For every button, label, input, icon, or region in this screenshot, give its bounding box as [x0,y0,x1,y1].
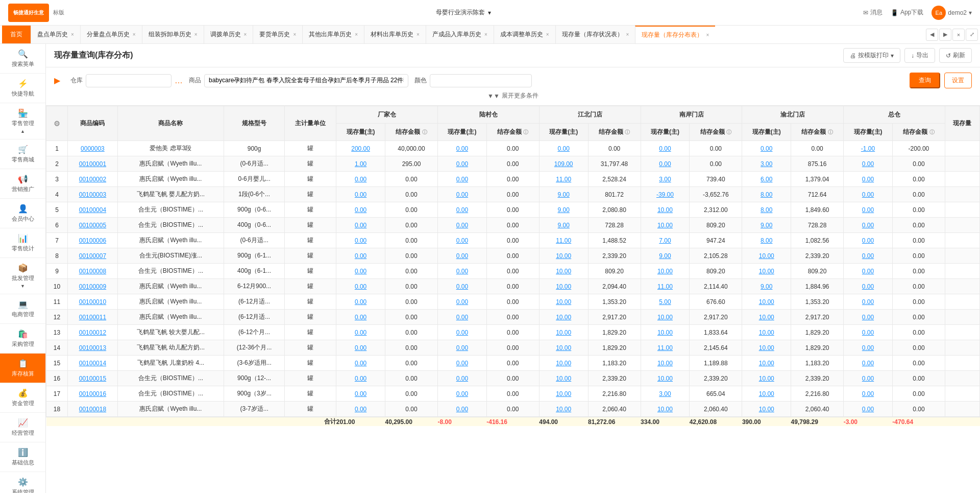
row-l-qty: 0.00 [438,386,487,402]
message-button[interactable]: ✉ 消息 [863,8,883,17]
nav-tab-6[interactable]: 其他出库单历史 × [302,26,364,44]
logo: 畅捷通好生意 [8,4,49,22]
collapse-arrow[interactable]: ▶ [54,76,60,85]
setting-button[interactable]: 设置 [944,73,972,88]
row-z-qty: 0.00 [844,279,893,294]
print-button[interactable]: 🖨 按模版打印 ▾ [843,48,900,63]
nav-tab-10[interactable]: 现存量（库存状况表） × [555,26,635,44]
sidebar-item-inventory[interactable]: 📋 库存核算 [0,354,45,383]
nav-prev-button[interactable]: ◀ [926,29,938,41]
refresh-button[interactable]: ↺ 刷新 [939,48,972,63]
close-tab-5[interactable]: × [293,32,296,37]
row-yb-amt: 728.28 [791,218,844,233]
row-jb-qty: 10.00 [539,310,588,325]
close-tab-6[interactable]: × [355,32,358,37]
export-button[interactable]: ↓ 导出 [904,48,935,63]
row-cur [945,156,979,172]
nav-tab-4[interactable]: 调拨单历史 × [204,26,253,44]
th-code: 商品编码 [68,106,118,141]
footer-jb-amt: 81,272.06 [588,417,641,426]
row-jb-amt: 1,488.52 [588,233,641,248]
row-code: 00100010 [68,294,118,310]
chevron-down-icon: ▼ [20,284,25,289]
sidebar-item-wholesale[interactable]: 📦 批发管理 ▼ [0,258,45,294]
close-tab-8[interactable]: × [484,32,487,37]
close-tab-10[interactable]: × [626,32,629,37]
sidebar-item-ecommerce[interactable]: 💻 电商管理 [0,294,45,324]
row-l-qty: 0.00 [438,202,487,218]
th-gear[interactable]: ⚙ [46,106,68,141]
footer-jb-qty: 494.00 [539,417,588,426]
row-c-qty: 0.00 [336,233,385,248]
nav-tab-3[interactable]: 组装拆卸单历史 × [142,26,204,44]
nav-tab-1[interactable]: 盘点单历史 × [31,26,80,44]
row-na-amt: 2,145.64 [690,340,742,356]
row-c-qty: 0.00 [336,264,385,279]
color-input[interactable] [430,74,532,87]
nav-expand-button[interactable]: ⤢ [966,29,978,41]
sidebar-item-quicknav[interactable]: ⚡ 快捷导航 [0,74,45,103]
nav-tab-11[interactable]: 现存量（库存分布表） × [635,26,715,44]
row-na-qty: 11.00 [641,340,690,356]
row-z-qty: 0.00 [844,218,893,233]
store-selector[interactable]: 母婴行业演示陈套 ▾ [436,8,491,17]
query-button[interactable]: 查询 [910,73,940,88]
nav-tab-5[interactable]: 要货单历史 × [253,26,302,44]
row-code: 00100007 [68,248,118,264]
sidebar-item-system[interactable]: ⚙️ 系统管理 [0,472,45,493]
info-icon-4[interactable]: ⓘ [726,129,731,135]
user-menu[interactable]: Ea demo2 ▾ [932,6,972,20]
row-c-amt: 0.00 [385,386,437,402]
sidebar-item-search[interactable]: 🔍 搜索英单 [0,44,45,74]
sidebar-item-members[interactable]: 👤 会员中心 [0,199,45,228]
row-yb-qty: 10.00 [742,264,791,279]
nav-home-tab[interactable]: 首页 [2,26,31,44]
row-cur [945,218,979,233]
sidebar-item-base-info[interactable]: ℹ️ 基础信息 [0,442,45,472]
expand-more-button[interactable]: ▼▼ 展开更多条件 [54,91,972,100]
row-c-qty: 0.00 [336,187,385,202]
row-code: 00100009 [68,279,118,294]
sidebar-item-operations[interactable]: 📈 经营管理 [0,413,45,442]
sidebar-item-purchase[interactable]: 🛍️ 采购管理 [0,324,45,354]
info-icon-2[interactable]: ⓘ [523,129,528,135]
nav-tab-8[interactable]: 产成品入库单历史 × [426,26,494,44]
row-l-qty: 0.00 [438,141,487,156]
close-tab-4[interactable]: × [244,32,247,37]
nav-tab-9[interactable]: 成本调整单历史 × [494,26,555,44]
info-icon-1[interactable]: ⓘ [422,129,427,135]
close-tab-7[interactable]: × [416,32,420,37]
row-jb-qty: 10.00 [539,340,588,356]
row-yb-amt: 1,829.20 [791,340,844,356]
row-yb-amt: 2,216.80 [791,386,844,402]
row-index: 15 [46,356,68,371]
close-tab-1[interactable]: × [71,32,74,37]
sidebar-item-retail-mgmt[interactable]: 🏪 零售管理 ▲ [0,103,45,139]
close-tab-11[interactable]: × [706,32,709,38]
app-download-button[interactable]: 📱 App下载 [891,8,923,17]
row-cur [945,233,979,248]
row-na-amt: 665.04 [690,386,742,402]
sidebar-item-retail-mall[interactable]: 🛒 零售商城 [0,139,45,169]
info-icon-5[interactable]: ⓘ [828,129,833,135]
goods-input[interactable] [204,74,408,87]
row-c-qty: 200.00 [336,141,385,156]
close-tab-3[interactable]: × [194,32,198,37]
nav-tab-7[interactable]: 材料出库单历史 × [364,26,426,44]
row-spec: 6-12月900... [224,279,285,294]
row-name: 合生元(BIOSTIME)涨... [117,248,224,264]
warehouse-dots[interactable]: … [175,76,183,85]
info-icon-3[interactable]: ⓘ [625,129,630,135]
close-tab-2[interactable]: × [133,32,136,37]
nav-next-button[interactable]: ▶ [939,29,951,41]
sidebar-item-retail-stats[interactable]: 📊 零售统计 [0,228,45,258]
sidebar-item-finance[interactable]: 💰 资金管理 [0,383,45,413]
close-tab-9[interactable]: × [546,32,549,37]
nav-tab-2[interactable]: 分量盘点单历史 × [80,26,142,44]
top-right-actions: ✉ 消息 📱 App下载 Ea demo2 ▾ [863,6,972,20]
row-l-qty: 0.00 [438,156,487,172]
info-icon-6[interactable]: ⓘ [929,129,935,135]
sidebar-item-marketing[interactable]: 📢 营销推广 [0,169,45,199]
warehouse-input[interactable] [86,74,172,87]
nav-close-all-button[interactable]: × [952,29,965,41]
